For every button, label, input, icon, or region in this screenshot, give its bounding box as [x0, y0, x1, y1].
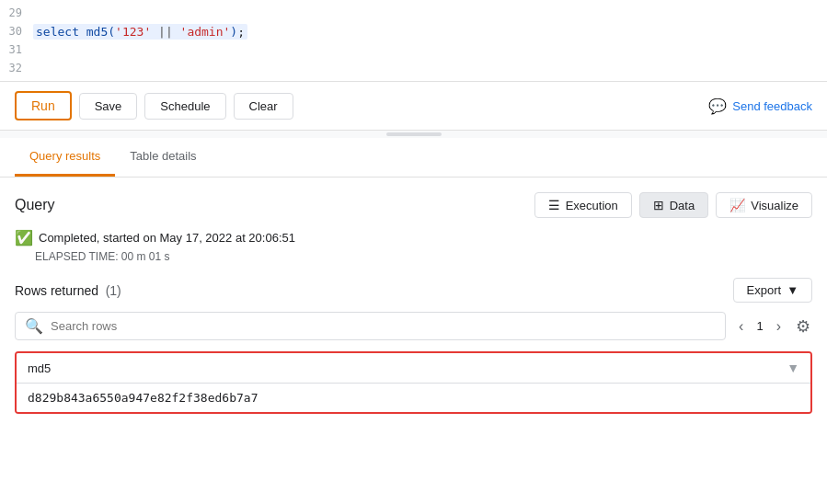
code-line-29: 29: [0, 4, 827, 22]
data-button[interactable]: ⊞ Data: [639, 192, 708, 218]
page-prev-button[interactable]: ‹: [733, 316, 749, 337]
schedule-button[interactable]: Schedule: [144, 93, 225, 120]
rows-count: (1): [106, 283, 121, 298]
search-input-wrap: 🔍: [15, 312, 726, 340]
line-number-32: 32: [0, 62, 33, 74]
data-label: Data: [670, 199, 695, 212]
rows-title: Rows returned: [15, 283, 98, 298]
rows-header: Rows returned (1) Export ▼: [15, 278, 812, 303]
execution-label: Execution: [566, 199, 618, 212]
cell-md5-value: d829b843a6550a947e82f2f38ed6b7a7: [28, 391, 799, 405]
toolbar: Run Save Schedule Clear 💬 Send feedback: [0, 82, 827, 131]
visualize-label: Visualize: [751, 199, 798, 212]
query-header: Query ☰ Execution ⊞ Data 📈 Visualize: [15, 192, 812, 218]
status-text: Completed, started on May 17, 2022 at 20…: [39, 231, 295, 245]
tab-table-details[interactable]: Table details: [115, 138, 211, 177]
check-icon: ✅: [15, 229, 33, 246]
visualize-icon: 📈: [729, 198, 745, 212]
code-line-30[interactable]: 30 select md5('123' || 'admin');: [0, 22, 827, 40]
page-next-button[interactable]: ›: [771, 316, 787, 337]
elapsed-text: ELAPSED TIME: 00 m 01 s: [35, 250, 812, 263]
export-button[interactable]: Export ▼: [733, 278, 812, 303]
tab-query-results[interactable]: Query results: [15, 138, 115, 177]
results-area: Query ☰ Execution ⊞ Data 📈 Visualize ✅ C…: [0, 178, 827, 429]
execution-button[interactable]: ☰ Execution: [534, 192, 632, 218]
table-header-row: md5 ▼: [17, 353, 810, 384]
search-row: 🔍 ‹ 1 › ⚙: [15, 312, 812, 340]
data-icon: ⊞: [653, 198, 664, 212]
query-buttons: ☰ Execution ⊞ Data 📈 Visualize: [534, 192, 812, 218]
data-table: md5 ▼ d829b843a6550a947e82f2f38ed6b7a7: [15, 351, 812, 414]
export-chevron-icon: ▼: [787, 283, 798, 297]
code-line-31: 31: [0, 40, 827, 59]
execution-icon: ☰: [548, 198, 560, 212]
clear-button[interactable]: Clear: [234, 93, 293, 120]
code-line-32: 32: [0, 59, 827, 77]
page-number: 1: [756, 319, 763, 333]
feedback-icon: 💬: [708, 97, 727, 115]
visualize-button[interactable]: 📈 Visualize: [716, 192, 812, 218]
pagination: ‹ 1 ›: [733, 316, 787, 337]
line-number-31: 31: [0, 43, 33, 56]
query-section-title: Query: [15, 197, 55, 213]
search-icon: 🔍: [25, 317, 43, 335]
column-header-md5: md5: [28, 361, 787, 375]
table-row: d829b843a6550a947e82f2f38ed6b7a7: [17, 384, 810, 412]
status-row: ✅ Completed, started on May 17, 2022 at …: [15, 229, 812, 246]
run-button[interactable]: Run: [15, 91, 72, 120]
tabs-bar: Query results Table details: [0, 138, 827, 178]
scroll-thumb: [386, 132, 442, 136]
code-editor: 29 30 select md5('123' || 'admin'); 31 3…: [0, 0, 827, 82]
search-input[interactable]: [51, 319, 716, 333]
export-label: Export: [747, 283, 782, 297]
toolbar-left: Run Save Schedule Clear: [15, 91, 701, 120]
line-content-30: select md5('123' || 'admin');: [33, 24, 827, 40]
rows-title-area: Rows returned (1): [15, 283, 121, 298]
scroll-indicator: [0, 131, 827, 138]
send-feedback-button[interactable]: 💬 Send feedback: [708, 97, 812, 115]
sort-icon[interactable]: ▼: [787, 361, 799, 375]
line-number-29: 29: [0, 6, 33, 19]
table-settings-button[interactable]: ⚙: [794, 315, 812, 338]
save-button[interactable]: Save: [79, 93, 138, 120]
send-feedback-label: Send feedback: [732, 99, 812, 113]
line-number-30: 30: [0, 25, 33, 38]
